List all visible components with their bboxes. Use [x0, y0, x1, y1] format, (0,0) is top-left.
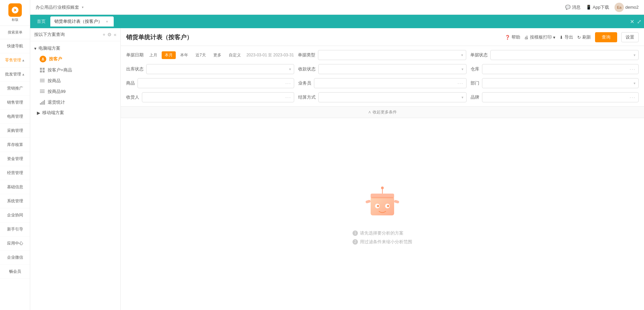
- tree-item-by-goods[interactable]: 按商品: [30, 75, 120, 86]
- sidebar-item-wholesale[interactable]: 批发管理 ▲: [0, 67, 30, 82]
- order-status-select[interactable]: ▾: [490, 50, 639, 60]
- sidebar-item-retail[interactable]: 零售管理 ▲: [0, 53, 30, 67]
- desktop-group-header[interactable]: ▾ 电脑端方案: [30, 43, 120, 53]
- tab-sales-stats[interactable]: 销货单统计表（按客户） ×: [50, 16, 114, 27]
- query-button[interactable]: 查询: [595, 32, 617, 42]
- settlement-select[interactable]: ▾: [318, 92, 466, 102]
- sidebar-item-appcenter[interactable]: 应用中心: [0, 237, 30, 251]
- brand-label: 品牌: [471, 94, 479, 100]
- print-dropdown-icon[interactable]: ▾: [553, 35, 555, 40]
- user-avatar-text: Ea: [617, 5, 622, 9]
- tab-home[interactable]: 首页: [33, 16, 50, 27]
- right-panel: 销货单统计表（按客户） ❓ 帮助 🖨 按模板打印 ▾ ⬇ 导出: [121, 28, 644, 310]
- help-button[interactable]: ❓ 帮助: [505, 34, 520, 40]
- empty-tips: 1 请先选择要分析的方案 2 用过滤条件来缩小分析范围: [353, 229, 412, 246]
- content-area: 按以下方案查询 + ⚙ « ▾ 电脑端方案: [30, 28, 644, 310]
- salesman-cell: 业务员 ···: [298, 78, 466, 88]
- date-tab-this-month[interactable]: 本月: [162, 51, 176, 59]
- sidebar-item-member[interactable]: 畅会员: [0, 265, 30, 279]
- sidebar-item-marketing[interactable]: 营销推广: [0, 82, 30, 96]
- receiver-cell: 收货人 ···: [126, 92, 294, 102]
- tree-item-return-stats[interactable]: 退货统计: [30, 97, 120, 108]
- receiver-select[interactable]: ···: [142, 92, 294, 102]
- order-type-select[interactable]: ▾: [318, 50, 466, 60]
- tree-item-by-customer-goods-label: 按客户+商品: [48, 67, 72, 73]
- app-download-button[interactable]: 📱 App下载: [586, 4, 609, 10]
- date-tabs-container: 上月 本月 本年 近7天 更多 自定义 2023-03-01 至 2023-03…: [146, 51, 294, 59]
- refresh-button[interactable]: ↻ 刷新: [577, 34, 591, 40]
- user-menu[interactable]: Ea demo2: [614, 3, 639, 12]
- svg-rect-5: [40, 79, 45, 80]
- add-scheme-button[interactable]: +: [103, 32, 105, 37]
- export-button[interactable]: ⬇ 导出: [559, 34, 573, 40]
- sidebar-item-ecommerce[interactable]: 电商管理: [0, 110, 30, 124]
- print-button[interactable]: 🖨 按模板打印 ▾: [524, 34, 555, 40]
- goods-select[interactable]: ···: [138, 78, 294, 88]
- sidebar-item-enterprise[interactable]: 企业协同: [0, 208, 30, 222]
- settings-scheme-button[interactable]: ⚙: [107, 32, 112, 37]
- svg-rect-3: [40, 70, 42, 72]
- svg-rect-23: [365, 200, 371, 204]
- sidebar-item-newbie[interactable]: 新手引导: [0, 222, 30, 237]
- department-cell: 部门 ▾: [471, 78, 639, 88]
- warehouse-select[interactable]: ···: [482, 64, 639, 74]
- brand-select[interactable]: ···: [482, 92, 639, 102]
- tree-item-by-goods99[interactable]: 按商品99: [30, 86, 120, 97]
- tab-active-label: 销货单统计表（按客户）: [54, 18, 102, 24]
- collapse-panel-button[interactable]: «: [114, 32, 116, 37]
- warehouse-label: 仓库: [471, 66, 479, 72]
- out-status-chevron: ▾: [289, 67, 291, 71]
- department-select[interactable]: ▾: [482, 78, 639, 88]
- svg-rect-1: [40, 68, 42, 70]
- goods-icon: [40, 78, 45, 84]
- sidebar-item-system[interactable]: 系统管理: [0, 194, 30, 208]
- date-tab-last-month[interactable]: 上月: [146, 51, 160, 59]
- sidebar-search[interactable]: 搜索菜单: [0, 26, 30, 39]
- close-window-icon[interactable]: ✕: [630, 18, 634, 25]
- sidebar-item-basic[interactable]: 基础信息: [0, 180, 30, 194]
- tree-item-by-customer[interactable]: 按客户: [30, 53, 120, 65]
- maximize-window-icon[interactable]: ⤢: [637, 18, 641, 25]
- svg-rect-16: [371, 194, 394, 198]
- collection-status-cell: 收款状态 ▾: [298, 64, 466, 74]
- date-tab-more[interactable]: 更多: [210, 51, 224, 59]
- message-button[interactable]: 💬 消息: [565, 4, 581, 10]
- date-tab-7days[interactable]: 近7天: [193, 51, 209, 59]
- left-panel-title: 按以下方案查询: [34, 32, 65, 38]
- date-tab-this-year[interactable]: 本年: [177, 51, 191, 59]
- collection-status-select[interactable]: ▾: [318, 64, 466, 74]
- sidebar-item-operations[interactable]: 经营管理: [0, 166, 30, 180]
- desktop-group-arrow: ▾: [34, 46, 37, 51]
- goods99-icon: [40, 89, 45, 94]
- brand-dots: ···: [630, 95, 636, 100]
- collection-status-label: 收款状态: [298, 66, 316, 72]
- search-menu-button[interactable]: 搜索菜单: [5, 29, 25, 36]
- sidebar-item-purchase[interactable]: 采购管理: [0, 124, 30, 138]
- tree-item-by-goods-label: 按商品: [48, 78, 61, 84]
- out-status-select[interactable]: ▾: [146, 64, 294, 74]
- header-title-dropdown[interactable]: ▾: [82, 5, 84, 9]
- tip-num-1: 1: [353, 230, 358, 236]
- sidebar-item-finance[interactable]: 资金管理: [0, 152, 30, 166]
- svg-rect-2: [43, 68, 45, 70]
- tab-bar: 首页 销货单统计表（按客户） × ✕ ⤢: [30, 15, 644, 28]
- svg-rect-6: [40, 80, 45, 81]
- download-icon: 📱: [586, 5, 591, 10]
- user-name: demo2: [625, 5, 639, 10]
- page-actions: ❓ 帮助 🖨 按模板打印 ▾ ⬇ 导出 ↻ 刷新: [505, 32, 639, 42]
- sidebar-item-inventory[interactable]: 库存核算: [0, 138, 30, 152]
- tree-item-by-customer-goods[interactable]: 按客户+商品: [30, 65, 120, 75]
- order-status-chevron: ▾: [634, 53, 636, 57]
- salesman-select[interactable]: ···: [314, 78, 466, 88]
- sidebar-item-quicknav[interactable]: 快捷导航: [0, 39, 30, 53]
- sidebar-item-sales[interactable]: 销售管理: [0, 96, 30, 110]
- date-tab-custom[interactable]: 自定义: [226, 51, 244, 59]
- filter-settings-button[interactable]: 设置: [621, 32, 639, 42]
- tree-item-return-stats-label: 退货统计: [48, 99, 65, 105]
- sidebar-item-wechat[interactable]: 企业微信: [0, 251, 30, 265]
- desktop-group: ▾ 电脑端方案 按客户 按客: [30, 43, 120, 108]
- help-label: 帮助: [512, 34, 520, 40]
- mobile-group-header[interactable]: ▶ 移动端方案: [30, 108, 120, 118]
- tab-close-button[interactable]: ×: [104, 19, 110, 24]
- collapse-filter-bar[interactable]: ∧ 收起更多条件: [121, 107, 644, 118]
